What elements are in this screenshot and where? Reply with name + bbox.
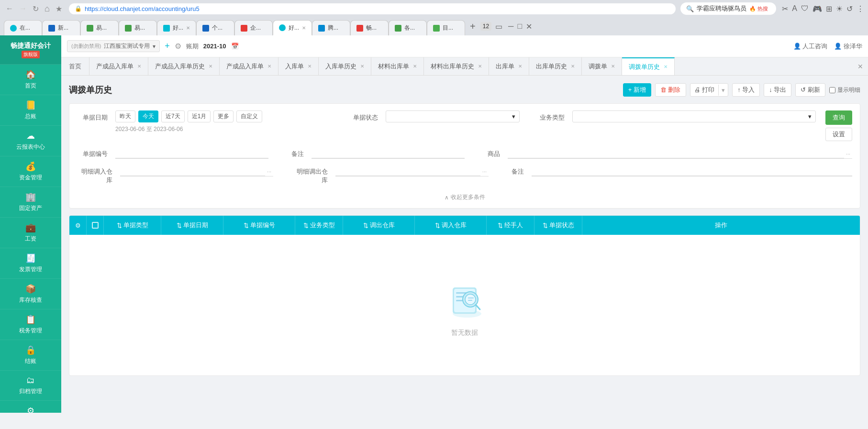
page-tab-mat-out[interactable]: 材料出库单 ✕	[371, 57, 424, 76]
username-btn[interactable]: 👤 徐泽华	[834, 42, 862, 51]
page-tab-transfer-hist[interactable]: 调拨单历史 ✕	[622, 57, 675, 76]
new-btn[interactable]: + 新增	[623, 83, 651, 97]
company-settings-icon[interactable]: ⚙	[175, 42, 181, 51]
goods-input-box[interactable]: ...	[508, 147, 852, 159]
page-tab-home[interactable]: 首页	[61, 57, 89, 76]
page-tab-out-close[interactable]: ✕	[518, 64, 522, 69]
browser-tab-10[interactable]: 畅...	[350, 20, 389, 35]
sidebar-item-closing[interactable]: 🔒 结账	[0, 340, 61, 371]
page-tab-transfer-close[interactable]: ✕	[611, 64, 615, 69]
add-company-btn[interactable]: +	[165, 41, 170, 51]
page-tab-out[interactable]: 出库单 ✕	[489, 57, 529, 76]
settings-btn[interactable]: 设置	[825, 128, 852, 141]
page-tab-out-hist-close[interactable]: ✕	[571, 64, 575, 69]
menu-icon[interactable]: ⋮	[857, 4, 864, 13]
browser-tab-5[interactable]: 好... ✕	[157, 20, 196, 35]
maximize-btn[interactable]: □	[515, 22, 524, 31]
sidebar-item-invoice[interactable]: 🧾 发票管理	[0, 248, 61, 279]
nav-refresh[interactable]: ↻	[31, 4, 41, 13]
page-tab-wh-in-hist-close[interactable]: ✕	[360, 64, 364, 69]
th-in-warehouse[interactable]: ⇅ 调入仓库	[415, 216, 487, 235]
th-out-warehouse[interactable]: ⇅ 调出仓库	[343, 216, 415, 235]
browser-tab-11[interactable]: 各...	[389, 20, 427, 35]
refresh-btn[interactable]: ↺ 刷新	[795, 83, 825, 97]
date-btn-custom[interactable]: 自定义	[236, 110, 262, 122]
biz-type-select[interactable]: ▾	[572, 110, 816, 122]
theme-icon[interactable]: ☀	[836, 4, 843, 13]
doc-num-input-box[interactable]	[115, 147, 268, 159]
detail-in-more-btn[interactable]: ...	[265, 167, 273, 173]
detail-in-input-box[interactable]: ...	[120, 165, 273, 176]
new-tab-btn[interactable]: +	[465, 21, 480, 32]
goods-more-btn[interactable]: ...	[844, 150, 852, 155]
browser-search-box[interactable]: 🔍 学霸应聘场驱鸟员 🔥 热搜	[680, 2, 776, 15]
browser-tab-6[interactable]: 个...	[196, 20, 234, 35]
th-doc-type[interactable]: ⇅ 单据类型	[104, 216, 161, 235]
scissors-icon[interactable]: ✂	[782, 4, 788, 13]
browser-tab-3[interactable]: 易...	[80, 20, 119, 35]
page-tab-transfer[interactable]: 调拨单 ✕	[582, 57, 622, 76]
sidebar-item-settings[interactable]: ⚙ 基础设置	[0, 401, 61, 413]
th-doc-status[interactable]: ⇅ 单据状态	[534, 216, 582, 235]
print-dropdown-icon[interactable]: ▾	[718, 85, 728, 96]
page-tab-wh-in[interactable]: 入库单 ✕	[278, 57, 319, 76]
tab-close-5[interactable]: ✕	[186, 25, 190, 31]
nav-home[interactable]: ⌂	[43, 4, 52, 14]
shield-icon[interactable]: 🛡	[801, 4, 809, 13]
minimize-btn[interactable]: ─	[506, 22, 515, 31]
sidebar-item-home[interactable]: 🏠 首页	[0, 65, 61, 95]
delete-btn[interactable]: 🗑 删除	[655, 83, 686, 97]
page-tab-transfer-hist-close[interactable]: ✕	[664, 64, 668, 69]
page-tab-wh-in-hist[interactable]: 入库单历史 ✕	[319, 57, 371, 76]
date-btn-more[interactable]: 更多	[213, 110, 234, 122]
company-selector[interactable]: (勿删勿禁用) 江西服宝测试专用 ▾	[67, 40, 160, 52]
close-btn[interactable]: ✕	[524, 22, 534, 31]
page-tab-prod-in[interactable]: 产成品入库单 ✕	[89, 57, 148, 76]
detail-out-input[interactable]	[335, 165, 480, 176]
sidebar-item-archive[interactable]: 🗂 归档管理	[0, 371, 61, 401]
import-btn[interactable]: ↑ 导入	[732, 83, 760, 97]
sidebar-item-payroll[interactable]: 💼 工资	[0, 218, 61, 248]
th-checkbox[interactable]	[87, 216, 104, 235]
date-btn-last-month[interactable]: 近1月	[188, 110, 211, 122]
page-tab-prod-in-close[interactable]: ✕	[137, 64, 141, 69]
user-service-btn[interactable]: 👤 人工咨询	[793, 42, 828, 51]
page-tab-wh-in-close[interactable]: ✕	[308, 64, 312, 69]
doc-num-input[interactable]	[115, 147, 268, 158]
page-tab-prod-in2-close[interactable]: ✕	[267, 64, 271, 69]
sidebar-item-assets[interactable]: 🏢 固定资产	[0, 187, 61, 218]
page-tab-mat-out-hist[interactable]: 材料出库单历史 ✕	[424, 57, 489, 76]
browser-tab-8[interactable]: 好... ✕	[273, 20, 312, 35]
page-tab-prod-in2[interactable]: 产成品入库单 ✕	[220, 57, 278, 76]
goods-input[interactable]	[508, 147, 844, 158]
page-tab-mat-out-hist-close[interactable]: ✕	[478, 64, 482, 69]
date-btn-yesterday[interactable]: 昨天	[115, 110, 135, 122]
collapse-btn[interactable]: ∧ 收起更多条件	[445, 190, 485, 201]
display-toggle[interactable]: 显示明细	[829, 86, 860, 94]
page-tab-out-hist[interactable]: 出库单历史 ✕	[529, 57, 582, 76]
history-icon[interactable]: ↺	[846, 4, 853, 13]
browser-tab-1[interactable]: 在...	[4, 20, 42, 35]
page-tab-prod-in-hist-close[interactable]: ✕	[209, 64, 212, 69]
period-calendar-icon[interactable]: 📅	[231, 43, 239, 50]
tab-manager-icon[interactable]: ▭	[491, 22, 506, 31]
notes-input[interactable]	[312, 147, 465, 158]
page-tab-mat-out-close[interactable]: ✕	[413, 64, 417, 69]
detail-notes-input-box[interactable]	[532, 165, 852, 176]
header-checkbox[interactable]	[92, 222, 99, 229]
detail-out-input-box[interactable]: ...	[335, 165, 489, 176]
nav-back[interactable]: ←	[4, 4, 15, 13]
grid-icon[interactable]: ⊞	[826, 4, 832, 13]
query-btn[interactable]: 查询	[825, 110, 852, 125]
gamepad-icon[interactable]: 🎮	[812, 4, 822, 13]
page-tab-prod-in-hist[interactable]: 产成品入库单历史 ✕	[148, 57, 220, 76]
detail-out-more-btn[interactable]: ...	[480, 167, 489, 173]
sidebar-item-tax[interactable]: 📋 税务管理	[0, 309, 61, 340]
nav-forward[interactable]: →	[17, 4, 29, 13]
nav-star[interactable]: ★	[54, 4, 64, 13]
browser-tab-2[interactable]: 新...	[42, 20, 80, 35]
tab-bar-close-all[interactable]: ✕	[853, 63, 868, 70]
translate-icon[interactable]: A	[792, 4, 797, 13]
tab-close-8[interactable]: ✕	[302, 25, 306, 31]
date-btn-today[interactable]: 今天	[138, 110, 158, 122]
